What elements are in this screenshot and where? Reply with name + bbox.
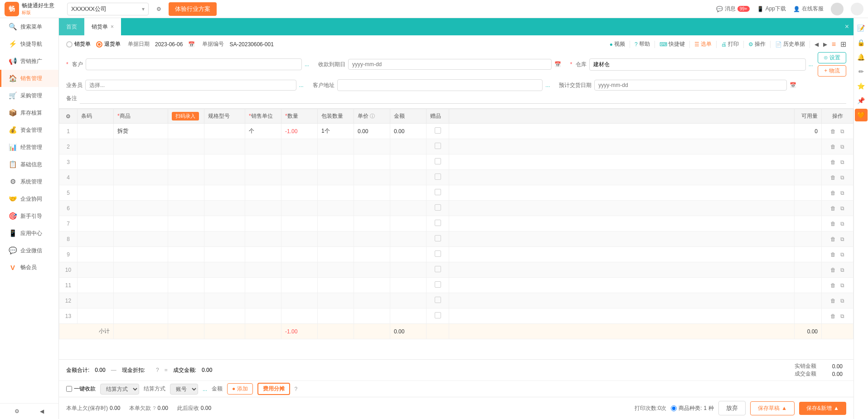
row-unit-price[interactable] <box>354 308 390 324</box>
settings-button[interactable]: ⊙ 设置 <box>818 52 846 63</box>
row-amount[interactable]: 0.00 <box>390 124 427 139</box>
row-qty[interactable] <box>281 185 318 201</box>
row-spec[interactable] <box>204 154 245 170</box>
row-pack-qty[interactable] <box>318 154 354 170</box>
toolbar-video[interactable]: ● 视频 <box>610 40 625 48</box>
row-product[interactable] <box>114 139 168 154</box>
row-amount[interactable] <box>390 308 427 324</box>
delete-icon[interactable]: 🗑 <box>830 144 836 150</box>
row-barcode[interactable] <box>78 247 114 262</box>
delete-icon[interactable]: 🗑 <box>830 190 836 196</box>
row-unit-price[interactable] <box>354 170 390 185</box>
row-pack-qty[interactable] <box>318 308 354 324</box>
row-spec[interactable] <box>204 278 245 293</box>
tab-sales-order[interactable]: 销货单 × <box>84 18 121 35</box>
row-unit-price[interactable] <box>354 231 390 247</box>
row-spec[interactable] <box>204 124 245 139</box>
row-product[interactable] <box>114 247 168 262</box>
row-spec[interactable] <box>204 262 245 278</box>
toolbar-operation[interactable]: ⚙ 操作 <box>748 40 766 48</box>
scan-btn[interactable]: 扫码录入 <box>172 112 199 120</box>
nav-next-icon[interactable]: ▶ <box>823 41 827 48</box>
float-star-icon[interactable]: ⭐ <box>855 80 868 92</box>
calendar-icon[interactable]: 📅 <box>188 41 195 48</box>
delete-icon[interactable]: 🗑 <box>830 236 836 242</box>
delete-icon[interactable]: 🗑 <box>830 282 836 289</box>
copy-icon[interactable]: ⧉ <box>840 313 844 319</box>
toolbar-help[interactable]: ? 帮助 <box>635 40 650 48</box>
row-qty[interactable] <box>281 308 318 324</box>
gift-checkbox[interactable] <box>435 189 441 195</box>
copy-icon[interactable]: ⧉ <box>840 236 844 242</box>
order-type-return[interactable]: 退货单 <box>96 40 121 48</box>
sidebar-item-quick-nav[interactable]: ⚡ 快捷导航 <box>0 35 58 53</box>
sidebar-item-marketing[interactable]: 📢 营销推广 <box>0 53 58 70</box>
avatar[interactable] <box>831 3 844 15</box>
sidebar-item-base[interactable]: 📋 基础信息 <box>0 156 58 173</box>
delete-icon[interactable]: 🗑 <box>830 298 836 304</box>
row-gift[interactable] <box>427 154 449 170</box>
row-pack-qty[interactable] <box>318 216 354 231</box>
copy-icon[interactable]: ⧉ <box>840 174 844 181</box>
avatar-2[interactable] <box>851 3 863 15</box>
row-spec[interactable] <box>204 139 245 154</box>
row-unit-price[interactable] <box>354 154 390 170</box>
sidebar-item-inventory[interactable]: 📦 库存核算 <box>0 104 58 121</box>
row-gift[interactable] <box>427 201 449 216</box>
row-unit[interactable] <box>245 262 281 278</box>
delete-icon[interactable]: 🗑 <box>830 267 836 273</box>
gift-checkbox[interactable] <box>435 235 441 241</box>
row-qty[interactable] <box>281 216 318 231</box>
row-pack-qty[interactable] <box>318 170 354 185</box>
delivery-date-input[interactable] <box>594 80 787 91</box>
copy-icon[interactable]: ⧉ <box>840 282 844 289</box>
gift-checkbox[interactable] <box>435 281 441 288</box>
tab-close-icon[interactable]: × <box>111 24 114 30</box>
row-pack-qty[interactable] <box>318 231 354 247</box>
row-unit-price[interactable] <box>354 201 390 216</box>
note-input[interactable] <box>80 93 846 104</box>
row-unit[interactable] <box>245 154 281 170</box>
product-type-radio[interactable] <box>671 405 677 411</box>
row-amount[interactable] <box>390 262 427 278</box>
row-gift[interactable] <box>427 231 449 247</box>
gift-checkbox[interactable] <box>435 173 441 180</box>
copy-icon[interactable]: ⧉ <box>840 159 844 165</box>
float-edit-icon[interactable]: ✏ <box>855 65 868 78</box>
row-gift[interactable] <box>427 308 449 324</box>
gift-checkbox[interactable] <box>435 143 441 149</box>
salesperson-input[interactable] <box>85 80 296 91</box>
delete-icon[interactable]: 🗑 <box>830 205 836 212</box>
float-bell-icon[interactable]: 🔔 <box>855 51 868 63</box>
row-unit[interactable] <box>245 170 281 185</box>
copy-icon[interactable]: ⧉ <box>840 190 844 196</box>
delete-icon[interactable]: 🗑 <box>830 221 836 227</box>
save-draft-button[interactable]: 保存草稿 ▲ <box>750 401 795 415</box>
payment-due-input[interactable] <box>348 59 552 70</box>
row-spec[interactable] <box>204 185 245 201</box>
sidebar-item-member[interactable]: V 畅会员 <box>0 259 58 276</box>
payment-due-calendar-icon[interactable]: 📅 <box>554 61 561 67</box>
toolbar-shortcut[interactable]: ⌨ 快捷键 <box>659 40 685 48</box>
row-unit-price[interactable] <box>354 293 390 308</box>
row-pack-qty[interactable] <box>318 201 354 216</box>
row-unit[interactable] <box>245 231 281 247</box>
trial-button[interactable]: 体验行业方案 <box>169 2 217 16</box>
company-selector[interactable]: XXXXXX公司 ▾ <box>67 3 149 15</box>
customer-input[interactable] <box>86 58 302 70</box>
payment-help-icon[interactable]: ? <box>295 386 298 392</box>
row-pack-qty[interactable] <box>318 293 354 308</box>
row-barcode[interactable] <box>78 293 114 308</box>
row-qty[interactable]: -1.00 <box>281 124 318 139</box>
total-due-help[interactable]: ? <box>153 405 155 411</box>
row-barcode[interactable] <box>78 216 114 231</box>
row-barcode[interactable] <box>78 308 114 324</box>
row-product[interactable] <box>114 231 168 247</box>
row-spec[interactable] <box>204 216 245 231</box>
salesperson-more-icon[interactable]: ... <box>299 82 304 88</box>
float-lock-icon[interactable]: 🔒 <box>855 36 868 49</box>
row-qty[interactable] <box>281 154 318 170</box>
addr-more-icon[interactable]: ... <box>545 82 550 88</box>
copy-icon[interactable]: ⧉ <box>840 267 844 273</box>
row-pack-qty[interactable]: 1个 <box>318 124 354 139</box>
